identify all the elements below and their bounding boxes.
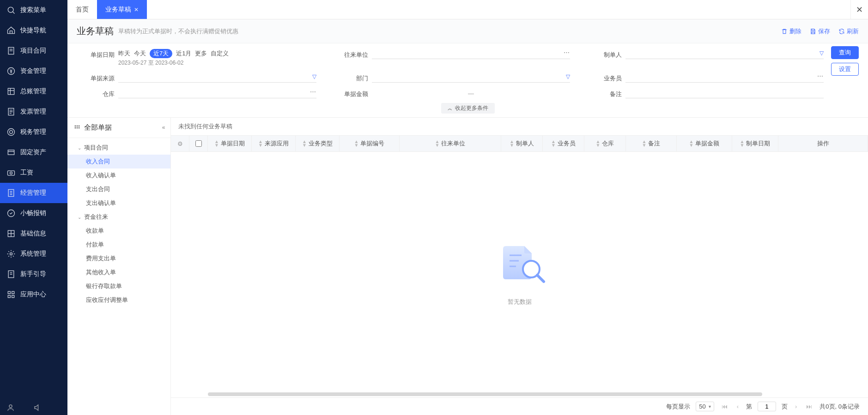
tree-item-1-1[interactable]: 付款单 <box>67 238 170 252</box>
date-quick-2[interactable]: 近7天 <box>150 49 172 58</box>
sidebar-item-13[interactable]: 新手引导 <box>0 264 67 284</box>
page-first[interactable]: ⏮ <box>720 403 729 410</box>
sidebar-item-10[interactable]: 小畅报销 <box>0 203 67 223</box>
page-prev[interactable]: ‹ <box>735 403 741 410</box>
date-quick-1[interactable]: 今天 <box>134 49 146 58</box>
page-next[interactable]: › <box>793 403 799 410</box>
pagination: 每页显示 50 ▾ ⏮ ‹ 第 页 › ⏭ 共0页, 0条记录 <box>171 397 868 415</box>
date-quick-3[interactable]: 近1月 <box>176 49 191 58</box>
sales-picker-icon[interactable]: ⋯ <box>817 72 824 79</box>
source-input[interactable] <box>118 72 316 83</box>
tree-item-1-0[interactable]: 收款单 <box>67 224 170 238</box>
ledger-icon <box>6 87 16 96</box>
tabs-close-all[interactable]: ✕ <box>850 0 868 19</box>
tree-item-1-3[interactable]: 其他收入单 <box>67 265 170 279</box>
tree-group-1[interactable]: ⌄资金往来 <box>67 210 170 224</box>
sidebar-item-4[interactable]: 总账管理 <box>0 81 67 102</box>
svg-line-37 <box>537 275 544 282</box>
sidebar-item-0[interactable]: 搜索菜单 <box>0 0 67 20</box>
tree-item-1-2[interactable]: 费用支出单 <box>67 252 170 265</box>
tree-collapse-icon[interactable]: « <box>159 123 168 132</box>
col-8[interactable]: ▲▼备注 <box>626 136 677 151</box>
user-icon[interactable] <box>6 403 15 412</box>
tree-item-0-1[interactable]: 收入确认单 <box>67 168 170 182</box>
sidebar-item-9[interactable]: 经营管理 <box>0 183 67 203</box>
tree-item-1-5[interactable]: 应收应付调整单 <box>67 293 170 307</box>
tree-item-0-0[interactable]: 收入合同 <box>67 155 170 168</box>
empty-state: 暂无数据 <box>171 152 868 391</box>
sidebar-item-1[interactable]: 快捷导航 <box>0 20 67 41</box>
col-9[interactable]: ▲▼单据金额 <box>677 136 732 151</box>
select-all-checkbox[interactable] <box>195 140 202 147</box>
page-last[interactable]: ⏭ <box>804 403 814 410</box>
svg-point-14 <box>10 172 12 174</box>
chevron-down-icon[interactable]: ▽ <box>566 73 570 80</box>
svg-rect-11 <box>8 150 14 155</box>
dept-input[interactable] <box>372 72 570 83</box>
col-5[interactable]: ▲▼制单人 <box>501 136 543 151</box>
col-3[interactable]: ▲▼单据编号 <box>340 136 400 151</box>
col-10[interactable]: ▲▼制单日期 <box>732 136 778 151</box>
money-icon <box>6 66 16 76</box>
refresh-action[interactable]: 刷新 <box>838 27 859 36</box>
tab-1[interactable]: 业务草稿✕ <box>97 0 147 19</box>
close-icon[interactable]: ✕ <box>134 6 139 13</box>
sort-icon: ▲▼ <box>642 140 647 147</box>
maker-input[interactable] <box>625 49 824 59</box>
home-icon <box>6 26 16 35</box>
tree-group-0[interactable]: ⌄项目合同 <box>67 141 170 155</box>
sales-label: 业务员 <box>584 72 625 83</box>
gear-icon[interactable]: ⚙ <box>177 140 183 147</box>
sidebar-item-3[interactable]: 资金管理 <box>0 61 67 81</box>
volume-icon[interactable] <box>33 403 42 412</box>
partner-picker-icon[interactable]: ⋯ <box>564 49 570 56</box>
sidebar-item-6[interactable]: 税务管理 <box>0 122 67 142</box>
empty-notice: 未找到任何业务草稿 <box>171 118 868 135</box>
chevron-down-icon[interactable]: ▽ <box>312 73 316 80</box>
col-1[interactable]: ▲▼来源应用 <box>252 136 296 151</box>
save-action[interactable]: 保存 <box>810 27 830 36</box>
sort-icon: ▲▼ <box>510 140 514 147</box>
col-4[interactable]: ▲▼往来单位 <box>400 136 501 151</box>
date-quick-0[interactable]: 昨天 <box>118 49 130 58</box>
sidebar-item-14[interactable]: 应用中心 <box>0 284 67 305</box>
sidebar-item-11[interactable]: 基础信息 <box>0 223 67 244</box>
sidebar-item-12[interactable]: 系统管理 <box>0 244 67 264</box>
sort-icon: ▲▼ <box>354 140 359 147</box>
warehouse-input[interactable] <box>118 88 316 98</box>
sales-input[interactable] <box>625 72 824 83</box>
tree-item-1-4[interactable]: 银行存取款单 <box>67 279 170 293</box>
page-title: 业务草稿 <box>77 25 114 37</box>
sidebar-item-8[interactable]: 工资 <box>0 162 67 183</box>
page-size-select[interactable]: 50 ▾ <box>696 402 714 411</box>
delete-action[interactable]: 删除 <box>781 27 801 36</box>
sort-icon: ▲▼ <box>689 140 694 147</box>
col-2[interactable]: ▲▼业务类型 <box>296 136 340 151</box>
sidebar-item-2[interactable]: 项目合同 <box>0 41 67 61</box>
collapse-conditions[interactable]: ︽ 收起更多条件 <box>441 103 495 114</box>
tab-0[interactable]: 首页 <box>67 0 97 19</box>
amount-dash: — <box>372 88 570 97</box>
col-6[interactable]: ▲▼业务员 <box>543 136 584 151</box>
remark-input[interactable] <box>625 88 824 98</box>
partner-input[interactable] <box>372 49 570 59</box>
svg-rect-6 <box>8 88 14 94</box>
chevron-down-icon[interactable]: ▽ <box>819 50 824 56</box>
query-button[interactable]: 查询 <box>831 46 859 59</box>
save-icon <box>810 28 816 35</box>
col-11[interactable]: 操作 <box>778 136 868 151</box>
sidebar-item-5[interactable]: 发票管理 <box>0 102 67 122</box>
date-quick-4[interactable]: 更多 <box>195 49 207 58</box>
tree-item-0-3[interactable]: 支出确认单 <box>67 196 170 210</box>
date-quick-5[interactable]: 自定义 <box>211 49 229 58</box>
tree-item-0-2[interactable]: 支出合同 <box>67 182 170 196</box>
col-0[interactable]: ▲▼单据日期 <box>208 136 252 151</box>
warehouse-picker-icon[interactable]: ⋯ <box>310 88 316 95</box>
sidebar-item-7[interactable]: 固定资产 <box>0 142 67 162</box>
date-range: 2023-05-27 至 2023-06-02 <box>118 59 316 67</box>
horizontal-scrollbar[interactable] <box>171 391 868 397</box>
settings-button[interactable]: 设置 <box>831 63 859 76</box>
page-input[interactable] <box>758 402 776 411</box>
svg-rect-28 <box>12 295 14 298</box>
col-7[interactable]: ▲▼仓库 <box>584 136 626 151</box>
